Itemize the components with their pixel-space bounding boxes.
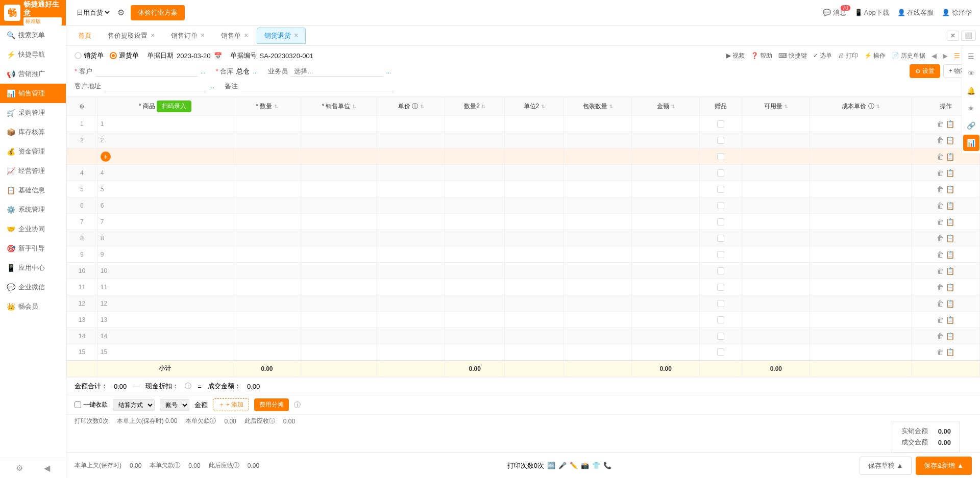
row-available-cell[interactable] xyxy=(742,230,810,246)
row-available-cell[interactable] xyxy=(742,279,810,295)
row-amount-cell[interactable] xyxy=(632,197,700,214)
mic-icon[interactable]: 🎤 xyxy=(558,462,567,469)
row-product-cell[interactable]: 4 xyxy=(97,165,233,181)
calendar-icon[interactable]: 📅 xyxy=(214,52,222,60)
add-payment-button[interactable]: ＋ + 添加 xyxy=(213,398,249,411)
amount-sort-icon[interactable]: ⇅ xyxy=(671,104,675,109)
row-unit-cell[interactable] xyxy=(301,328,377,344)
row-unit2-cell[interactable] xyxy=(504,165,564,181)
tab-close-sale-price[interactable]: ✕ xyxy=(151,33,155,38)
float-active-btn[interactable]: 📊 xyxy=(963,135,979,151)
sidebar-item-search[interactable]: 🔍 搜索菜单 xyxy=(0,26,66,45)
app-download-link[interactable]: 📱 App下载 xyxy=(854,8,889,17)
online-service-link[interactable]: 👤 在线客服 xyxy=(897,8,934,17)
phone-icon[interactable]: 📞 xyxy=(603,462,611,469)
unit-sort-icon[interactable]: ⇅ xyxy=(352,104,356,109)
tab-close-sales-order[interactable]: ✕ xyxy=(201,33,205,38)
row-cost-cell[interactable] xyxy=(810,132,912,148)
row-unit2-cell[interactable] xyxy=(504,312,564,328)
row-unit2-cell[interactable] xyxy=(504,279,564,295)
row-pkg-cell[interactable] xyxy=(564,263,632,279)
row-pkg-cell[interactable] xyxy=(564,132,632,148)
row-gift-cell[interactable] xyxy=(700,230,742,246)
row-gift-cell[interactable] xyxy=(700,263,742,279)
row-unit2-cell[interactable] xyxy=(504,214,564,230)
row-cost-cell[interactable] xyxy=(810,116,912,132)
row-unit2-cell[interactable] xyxy=(504,246,564,263)
row-product-cell[interactable]: 11 xyxy=(97,279,233,295)
sidebar-item-sales[interactable]: 📊 销售管理 xyxy=(0,84,66,103)
row-qty-cell[interactable] xyxy=(233,344,301,361)
row-qty2-cell[interactable] xyxy=(445,148,504,165)
row-delete-icon[interactable]: 🗑 xyxy=(937,332,944,340)
row-gift-cell[interactable] xyxy=(700,328,742,344)
row-amount-cell[interactable] xyxy=(632,148,700,165)
row-delete-icon[interactable]: 🗑 xyxy=(937,250,944,259)
row-qty2-cell[interactable] xyxy=(445,230,504,246)
row-delete-icon[interactable]: 🗑 xyxy=(937,299,944,308)
settings-gear-icon[interactable]: ⚙ xyxy=(16,463,23,473)
breadcrumb-select[interactable]: 日用百货 xyxy=(75,8,111,17)
gift-checkbox[interactable] xyxy=(717,137,724,144)
row-gift-cell[interactable] xyxy=(700,214,742,230)
gift-checkbox[interactable] xyxy=(717,120,724,128)
settings-button[interactable]: ⚙ 设置 xyxy=(910,64,940,78)
row-copy-icon[interactable]: 📋 xyxy=(946,202,954,210)
row-available-cell[interactable] xyxy=(742,214,810,230)
row-copy-icon[interactable]: 📋 xyxy=(946,283,954,291)
row-qty-cell[interactable] xyxy=(233,148,301,165)
row-unit2-cell[interactable] xyxy=(504,132,564,148)
row-qty2-cell[interactable] xyxy=(445,279,504,295)
row-price-cell[interactable] xyxy=(377,230,445,246)
row-price-cell[interactable] xyxy=(377,116,445,132)
radio-return[interactable]: 退货单 xyxy=(110,51,139,60)
gift-checkbox[interactable] xyxy=(717,333,724,340)
collapse-icon[interactable]: ◀ xyxy=(44,463,50,473)
sidebar-item-enterprise[interactable]: 🤝 企业协同 xyxy=(0,219,66,239)
tab-home[interactable]: 首页 xyxy=(70,28,99,44)
row-copy-icon[interactable]: 📋 xyxy=(946,267,954,275)
row-cost-cell[interactable] xyxy=(810,214,912,230)
row-product-cell[interactable]: + xyxy=(97,148,233,165)
row-gift-cell[interactable] xyxy=(700,312,742,328)
row-available-cell[interactable] xyxy=(742,165,810,181)
camera-icon[interactable]: 📸 xyxy=(581,462,589,469)
row-product-cell[interactable]: 14 xyxy=(97,328,233,344)
salesperson-dots[interactable]: ... xyxy=(386,68,391,75)
action-operate[interactable]: ⚡ 操作 xyxy=(864,52,886,60)
row-qty2-cell[interactable] xyxy=(445,197,504,214)
sidebar-item-guide[interactable]: 🎯 新手引导 xyxy=(0,239,66,258)
row-delete-icon[interactable]: 🗑 xyxy=(937,120,944,128)
sidebar-item-weixin[interactable]: 💬 企业微信 xyxy=(0,278,66,297)
float-link-btn[interactable]: 🔗 xyxy=(963,117,979,134)
row-copy-icon[interactable]: 📋 xyxy=(946,169,954,177)
row-qty2-cell[interactable] xyxy=(445,181,504,197)
row-cost-cell[interactable] xyxy=(810,279,912,295)
row-copy-icon[interactable]: 📋 xyxy=(946,218,954,226)
row-product-cell[interactable]: 13 xyxy=(97,312,233,328)
row-pkg-cell[interactable] xyxy=(564,116,632,132)
row-amount-cell[interactable] xyxy=(632,181,700,197)
row-unit-cell[interactable] xyxy=(301,132,377,148)
row-available-cell[interactable] xyxy=(742,148,810,165)
row-gift-cell[interactable] xyxy=(700,132,742,148)
row-qty-cell[interactable] xyxy=(233,214,301,230)
row-price-cell[interactable] xyxy=(377,312,445,328)
row-unit2-cell[interactable] xyxy=(504,230,564,246)
row-amount-cell[interactable] xyxy=(632,344,700,361)
row-amount-cell[interactable] xyxy=(632,230,700,246)
action-history[interactable]: 📄 历史单据 xyxy=(892,52,925,60)
action-select[interactable]: ✓ 选单 xyxy=(813,52,832,60)
row-qty-cell[interactable] xyxy=(233,132,301,148)
row-delete-icon[interactable]: 🗑 xyxy=(937,185,944,193)
row-cost-cell[interactable] xyxy=(810,344,912,361)
row-unit-cell[interactable] xyxy=(301,246,377,263)
row-amount-cell[interactable] xyxy=(632,116,700,132)
row-available-cell[interactable] xyxy=(742,181,810,197)
row-qty-cell[interactable] xyxy=(233,246,301,263)
remark-input[interactable] xyxy=(241,81,394,91)
salesperson-input[interactable] xyxy=(291,66,383,77)
user-info[interactable]: 👤 徐泽华 xyxy=(942,8,972,17)
row-delete-icon[interactable]: 🗑 xyxy=(937,153,944,161)
gift-checkbox[interactable] xyxy=(717,316,724,323)
